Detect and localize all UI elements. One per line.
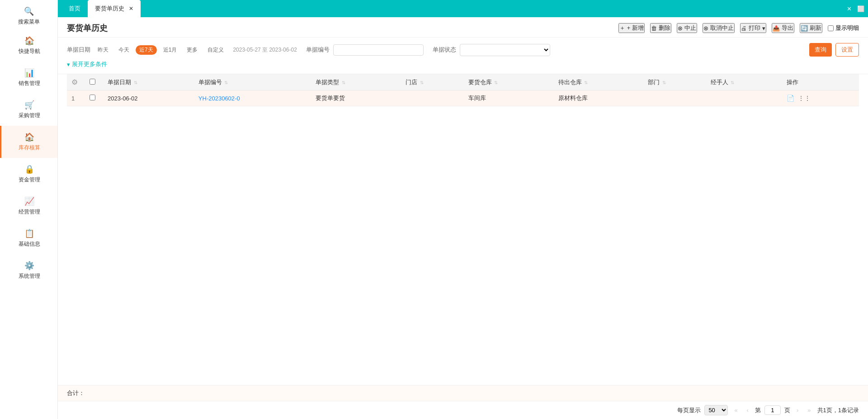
suspend-icon: ⊗ (678, 25, 683, 32)
more-icon[interactable]: ⋮⋮ (798, 95, 811, 102)
date-btn-more[interactable]: 更多 (183, 45, 201, 55)
print-dropdown-icon[interactable]: ▾ (762, 25, 765, 32)
edit-icon[interactable]: 📄 (787, 95, 794, 102)
sidebar-item-sales-mgmt[interactable]: 📊 销售管理 (0, 62, 57, 94)
chart-icon: 📊 (24, 68, 34, 78)
sidebar-item-inventory[interactable]: 🏠 库存核算 (0, 126, 57, 158)
per-page-select[interactable]: 10 20 50 100 (704, 405, 728, 415)
tab-home[interactable]: 首页 (61, 0, 88, 17)
th-req-warehouse: 要货仓库 ⇅ (464, 74, 554, 90)
sidebar: 🔍 搜索菜单 🏠 快捷导航 📊 销售管理 🛒 采购管理 🏠 库存核算 🔒 资金管… (0, 0, 58, 419)
refresh-button[interactable]: 🔄 刷新 (800, 23, 822, 33)
sidebar-item-operations-mgmt[interactable]: 📈 经营管理 (0, 190, 57, 222)
expand-more-button[interactable]: ▾ 展开更多条件 (67, 60, 859, 68)
sort-doc-type-icon[interactable]: ⇅ (342, 80, 345, 85)
table-area: ⚙ 单据日期 ⇅ 单据编号 ⇅ (58, 74, 868, 385)
column-settings-icon[interactable]: ⚙ (71, 78, 78, 86)
th-checkbox (85, 74, 103, 90)
window-maximize-icon[interactable]: ⬜ (857, 5, 864, 12)
date-filter-buttons: 昨天 今天 近7天 近1月 更多 自定义 (94, 45, 227, 55)
sidebar-item-system-mgmt[interactable]: ⚙️ 系统管理 (0, 254, 57, 286)
page-title: 要货单历史 (67, 23, 108, 33)
sort-doc-date-icon[interactable]: ⇅ (134, 80, 137, 85)
sort-handler-icon[interactable]: ⇅ (731, 80, 734, 85)
cart-icon: 🛒 (24, 100, 34, 110)
th-department: 部门 ⇅ (643, 74, 706, 90)
prev-page-button[interactable]: ‹ (744, 406, 751, 414)
td-handler (706, 90, 783, 106)
date-btn-yesterday[interactable]: 昨天 (94, 45, 112, 55)
tab-close-icon[interactable]: ✕ (129, 5, 133, 12)
filter-area: 单据日期 昨天 今天 近7天 近1月 更多 自定义 2023-05-27 至 2… (58, 38, 868, 74)
doc-number-input[interactable] (333, 44, 424, 56)
cancel-suspend-icon: ⊗ (703, 25, 708, 32)
sidebar-item-quick-nav[interactable]: 🏠 快捷导航 (0, 29, 57, 62)
last-page-button[interactable]: » (805, 406, 813, 414)
td-doc-type: 要货单要货 (311, 90, 401, 106)
doc-status-label: 单据状态 (433, 46, 456, 54)
first-page-button[interactable]: « (731, 406, 740, 414)
page-number-input[interactable] (764, 405, 781, 415)
gear-icon: ⚙️ (24, 261, 34, 271)
date-btn-7days[interactable]: 近7天 (136, 45, 157, 55)
th-pending-warehouse: 待出仓库 ⇅ (554, 74, 644, 90)
search-icon: 🔍 (24, 6, 34, 16)
sidebar-item-basic-info[interactable]: 📋 基础信息 (0, 222, 57, 254)
td-doc-date: 2023-06-02 (103, 90, 194, 106)
sort-department-icon[interactable]: ⇅ (662, 80, 666, 85)
home-icon: 🏠 (24, 36, 34, 46)
export-button[interactable]: 📤 导出 (772, 23, 794, 33)
doc-status-filter-group: 单据状态 (433, 44, 550, 56)
settings-button[interactable]: 设置 (835, 43, 859, 57)
td-req-warehouse: 车间库 (464, 90, 554, 106)
new-button[interactable]: ＋ + 新增 (618, 23, 645, 33)
date-btn-1month[interactable]: 近1月 (160, 45, 181, 55)
sort-doc-number-icon[interactable]: ⇅ (224, 80, 228, 85)
sidebar-item-finance-mgmt[interactable]: 🔒 资金管理 (0, 158, 57, 190)
detail-checkbox-input[interactable] (828, 25, 834, 31)
tab-requisition-history[interactable]: 要货单历史 ✕ (88, 0, 141, 17)
table-row: 1 2023-06-02 YH-20230602-0 要货单要货 车间库 原材料… (67, 90, 859, 106)
table-footer: 合计： (58, 385, 868, 401)
sort-pending-warehouse-icon[interactable]: ⇅ (584, 80, 588, 85)
td-department (643, 90, 706, 106)
doc-number-label: 单据编号 (306, 46, 330, 54)
print-button[interactable]: 🖨 打印 ▾ (740, 23, 766, 33)
action-buttons: 查询 设置 (809, 43, 859, 57)
sort-req-warehouse-icon[interactable]: ⇅ (494, 80, 498, 85)
export-icon: 📤 (773, 25, 780, 32)
td-store (401, 90, 463, 106)
date-btn-today[interactable]: 今天 (115, 45, 133, 55)
display-detail-checkbox[interactable]: 显示明细 (828, 24, 859, 32)
date-btn-custom[interactable]: 自定义 (204, 45, 227, 55)
operations-icon: 📈 (24, 196, 34, 206)
window-close-icon[interactable]: ✕ (847, 5, 852, 12)
tab-bar: 首页 要货单历史 ✕ ✕ ⬜ (58, 0, 868, 17)
doc-number-filter-group: 单据编号 (306, 44, 424, 56)
td-operation: 📄 ⋮⋮ (782, 90, 859, 106)
tab-bar-controls: ✕ ⬜ (847, 5, 864, 12)
sidebar-item-search-menu[interactable]: 🔍 搜索菜单 (0, 0, 57, 29)
doc-number-link[interactable]: YH-20230602-0 (198, 95, 240, 102)
td-num: 1 (67, 90, 85, 106)
info-icon: 📋 (24, 229, 34, 238)
total-info: 共1页，1条记录 (817, 406, 859, 414)
cancel-suspend-button[interactable]: ⊗ 取消中止 (703, 23, 735, 33)
th-doc-number: 单据编号 ⇅ (194, 74, 311, 90)
plus-icon: ＋ (619, 24, 625, 32)
date-filter-label: 单据日期 (67, 46, 90, 54)
th-doc-date: 单据日期 ⇅ (103, 74, 194, 90)
date-range-display: 2023-05-27 至 2023-06-02 (233, 46, 297, 54)
row-checkbox[interactable] (90, 95, 95, 100)
delete-icon: 🗑 (651, 25, 657, 32)
pagination-bar: 每页显示 10 20 50 100 « ‹ 第 页 › » 共1页，1条记录 (58, 401, 868, 419)
doc-status-select[interactable] (460, 44, 550, 56)
next-page-button[interactable]: › (794, 406, 801, 414)
sort-store-icon[interactable]: ⇅ (420, 80, 424, 85)
lock-icon: 🔒 (24, 164, 34, 174)
suspend-button[interactable]: ⊗ 中止 (677, 23, 697, 33)
delete-button[interactable]: 🗑 删除 (650, 23, 671, 33)
select-all-checkbox[interactable] (90, 79, 95, 85)
query-button[interactable]: 查询 (809, 43, 832, 57)
sidebar-item-purchase-mgmt[interactable]: 🛒 采购管理 (0, 94, 57, 126)
